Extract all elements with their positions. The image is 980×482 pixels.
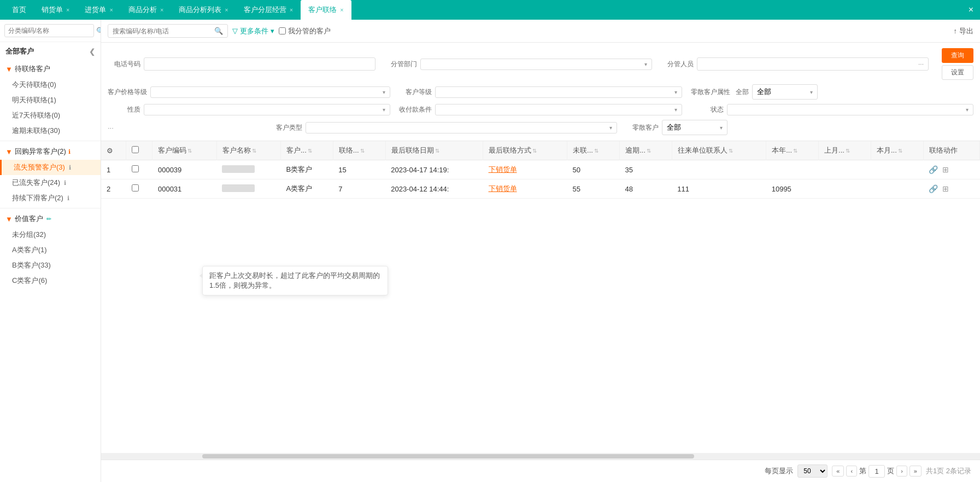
- window-close-button[interactable]: ×: [969, 5, 973, 15]
- nav-home[interactable]: 首页: [4, 0, 34, 20]
- my-customers-filter: 我分管的客户: [279, 26, 331, 36]
- nav-customer-seg[interactable]: 客户分层经营 ×: [236, 0, 301, 20]
- customer-level-select[interactable]: ▾: [435, 86, 682, 98]
- sidebar-item-lost-warning[interactable]: 流失预警客户(3) ℹ: [0, 160, 101, 175]
- last-page-button[interactable]: »: [909, 466, 922, 477]
- row2-last-method: 下销货单: [483, 179, 567, 199]
- sidebar-group-abnormal[interactable]: ▼ 回购异常客户(2) ℹ: [0, 143, 101, 160]
- horizontal-scrollbar[interactable]: [101, 453, 980, 460]
- col-contact-count: 联络...⇅: [333, 141, 385, 160]
- manager-select[interactable]: ···: [697, 57, 929, 71]
- my-customers-checkbox[interactable]: [279, 27, 286, 34]
- setting-button[interactable]: 设置: [942, 65, 973, 80]
- filter-price-level: 客户价格等级 ▾: [108, 86, 390, 98]
- row2-select[interactable]: [132, 184, 139, 191]
- close-purchase-icon[interactable]: ×: [109, 7, 113, 13]
- search-icon[interactable]: 🔍: [214, 27, 223, 35]
- sidebar-search-input[interactable]: [4, 24, 94, 37]
- scatter-select[interactable]: 全部 ▾: [662, 120, 727, 135]
- chevron-gender-icon: ▾: [383, 107, 385, 113]
- help-declining-icon: ℹ: [67, 195, 69, 201]
- row2-this-year: 10995: [766, 179, 819, 199]
- sidebar-item-overdue[interactable]: 逾期未联络(30): [0, 123, 101, 138]
- edit-value-icon[interactable]: ✏: [46, 216, 51, 223]
- scrollbar-thumb[interactable]: [202, 454, 694, 458]
- more-dots-button[interactable]: ···: [108, 124, 114, 132]
- close-sales-icon[interactable]: ×: [66, 7, 69, 13]
- close-analysis-icon[interactable]: ×: [160, 7, 163, 13]
- sidebar-divider-1: [0, 141, 101, 141]
- search-input[interactable]: [113, 27, 214, 35]
- row2-name-blurred: [222, 184, 255, 192]
- sidebar-all-customers[interactable]: 全部客户 ❮: [0, 42, 101, 61]
- sidebar-search-area: 🔍: [0, 20, 101, 42]
- customer-type-select[interactable]: ▾: [306, 122, 617, 133]
- row1-link-icon[interactable]: 🔗: [929, 165, 938, 174]
- select-all-checkbox[interactable]: [132, 146, 139, 153]
- row2-method-link[interactable]: 下销货单: [489, 184, 517, 193]
- prev-page-button[interactable]: ‹: [846, 466, 857, 477]
- per-page-select[interactable]: 50 20 100: [797, 464, 828, 478]
- row2-contacts: 111: [672, 179, 766, 199]
- row2-grid-icon[interactable]: ⊞: [942, 184, 949, 193]
- row1-select[interactable]: [132, 165, 139, 172]
- sidebar-group-value[interactable]: ▼ 价值客户 ✏: [0, 211, 101, 227]
- row1-last-date: 2023-04-17 14:19:: [385, 160, 483, 179]
- first-page-button[interactable]: «: [832, 466, 844, 477]
- query-button[interactable]: 查询: [942, 48, 973, 63]
- more-conditions-button[interactable]: ▽ 更多条件 ▾: [232, 26, 274, 36]
- dept-select[interactable]: ▾: [420, 59, 652, 70]
- scatter-attr-select[interactable]: 全部 ▾: [752, 84, 818, 100]
- filter-payment: 收付款条件 ▾: [399, 104, 682, 115]
- filter-manager: 分管人员 ···: [661, 57, 929, 71]
- chevron-down-icon: ▾: [271, 27, 274, 35]
- sidebar-item-declining[interactable]: 持续下滑客户(2) ℹ: [0, 190, 101, 206]
- sidebar-search-icon[interactable]: 🔍: [96, 27, 101, 35]
- row2-name: [216, 179, 280, 199]
- filter-phone: 电话号码: [108, 57, 375, 71]
- row2-type: A类客户: [280, 179, 333, 199]
- row1-grid-icon[interactable]: ⊞: [942, 165, 949, 174]
- sidebar-item-c-class[interactable]: C类客户(6): [0, 273, 101, 288]
- phone-input[interactable]: [144, 57, 375, 71]
- nav-customer-contact[interactable]: 客户联络 ×: [301, 0, 351, 20]
- sidebar-item-b-class[interactable]: B类客户(33): [0, 258, 101, 273]
- chevron-price-icon: ▾: [383, 89, 385, 95]
- row1-name: [216, 160, 280, 179]
- close-customer-seg-icon[interactable]: ×: [290, 7, 293, 13]
- toolbar: 🔍 ▽ 更多条件 ▾ 我分管的客户 ↑ 导出: [101, 20, 980, 43]
- arrow-pending-icon: ▼: [5, 65, 13, 73]
- close-customer-contact-icon[interactable]: ×: [340, 7, 343, 13]
- sidebar-item-today[interactable]: 今天待联络(0): [0, 77, 101, 92]
- sidebar-group-pending[interactable]: ▼ 待联络客户: [0, 61, 101, 77]
- row1-code: 000039: [152, 160, 216, 179]
- col-last-date: 最后联络日期⇅: [385, 141, 483, 160]
- chevron-level-icon: ▾: [674, 89, 677, 95]
- sidebar-collapse-icon[interactable]: ❮: [89, 48, 95, 56]
- sidebar-item-7days[interactable]: 近7天待联络(0): [0, 108, 101, 123]
- nav-purchase[interactable]: 进货单 ×: [77, 0, 120, 20]
- payment-select[interactable]: ▾: [435, 104, 682, 115]
- sidebar-item-a-class[interactable]: A类客户(1): [0, 242, 101, 258]
- sidebar-item-lost[interactable]: 已流失客户(24) ℹ: [0, 175, 101, 190]
- nav-analysis[interactable]: 商品分析 ×: [121, 0, 171, 20]
- col-settings[interactable]: ⚙: [101, 141, 126, 160]
- content-area: 🔍 ▽ 更多条件 ▾ 我分管的客户 ↑ 导出 电话号码: [101, 20, 980, 482]
- nav-analysis-list[interactable]: 商品分析列表 ×: [171, 0, 236, 20]
- gender-select[interactable]: ▾: [144, 104, 390, 115]
- row1-contacts: [672, 160, 766, 179]
- row2-link-icon[interactable]: 🔗: [929, 184, 938, 193]
- next-page-button[interactable]: ›: [896, 466, 907, 477]
- close-analysis-list-icon[interactable]: ×: [225, 7, 228, 13]
- col-uncontacted: 未联...⇅: [567, 141, 620, 160]
- price-level-select[interactable]: ▾: [150, 86, 390, 98]
- sidebar-item-ungroup[interactable]: 未分组(32): [0, 227, 101, 242]
- row1-uncontacted: 50: [567, 160, 620, 179]
- table-header-row: ⚙ 客户编码⇅ 客户名称⇅ 客户...⇅ 联络...⇅ 最后联络日期⇅ 最后联络…: [101, 141, 980, 160]
- nav-sales[interactable]: 销货单 ×: [34, 0, 77, 20]
- status-select[interactable]: ▾: [727, 104, 973, 115]
- export-button[interactable]: ↑ 导出: [954, 26, 974, 36]
- row1-method-link[interactable]: 下销货单: [489, 165, 517, 173]
- sidebar-item-tomorrow[interactable]: 明天待联络(1): [0, 92, 101, 108]
- tooltip-box: 距客户上次交易时长，超过了此客户的平均交易周期的1.5倍，则视为异常。: [202, 266, 388, 295]
